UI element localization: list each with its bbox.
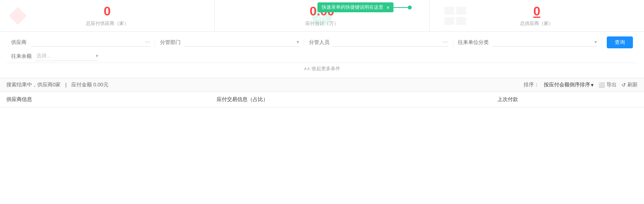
dept-chevron-icon[interactable]: ▾ [297,39,299,45]
export-icon: ⬜ [598,82,605,88]
filter-balance: 往来余额 选择... ▾ [6,51,103,61]
results-text: 搜索结果中，供应商0家 [6,82,61,88]
results-summary: 搜索结果中，供应商0家 | 应付金额 0.00元 [6,81,109,88]
balance-select-container: 选择... ▾ [35,51,98,61]
dept-input-container: ▾ [184,38,299,47]
stats-bar: 0 总应付供应商（家） 米 快速录单的快捷键说明在这里 × 0.00 应付合计（… [0,0,644,32]
export-button[interactable]: ⬜ 导出 [598,81,617,88]
person-input-container: ··· [333,38,448,47]
filter-row-2: 往来余额 选择... ▾ [6,51,638,61]
balance-chevron-icon[interactable]: ▾ [96,53,98,59]
results-actions: 排序： 按应付会额倒序排序 ▾ ⬜ 导出 ↺ 刷新 [524,81,638,88]
results-spacer: | [65,82,67,88]
results-bar: 搜索结果中，供应商0家 | 应付金额 0.00元 排序： 按应付会额倒序排序 ▾… [0,78,644,92]
person-input[interactable] [333,38,441,46]
svg-rect-5 [456,7,466,15]
svg-rect-4 [444,7,454,15]
supplier-input[interactable] [30,38,143,46]
unit-class-chevron-icon[interactable]: ▾ [594,39,597,45]
svg-rect-6 [444,17,454,25]
export-label: 导出 [606,81,617,88]
filter-row-1: 供应商 ··· 分管部门 ▾ 分管人员 ··· 往来单位分类 ▾ [6,36,638,48]
balance-label: 往来余额 [11,53,32,60]
payable-suppliers-count: 0 [104,4,111,18]
table-col-supplier: 供应商信息 [6,96,217,103]
total-suppliers-label: 总供应商（家） [520,20,553,27]
sort-value: 按应付会额倒序排序 [544,81,590,88]
filter-dept: 分管部门 ▾ [155,38,304,47]
table-header: 供应商信息 应付交易信息（占比） 上次付款 [0,92,644,107]
svg-rect-7 [456,17,466,25]
refresh-label: 刷新 [627,81,638,88]
supplier-label: 供应商 [11,39,27,46]
filter-person: 分管人员 ··· [304,38,453,47]
table-body [0,107,644,204]
total-suppliers-count: 0 [533,4,540,18]
dept-input[interactable] [184,38,295,46]
stat-payable-total: 米 快速录单的快捷键说明在这里 × 0.00 应付合计（万） [215,0,429,31]
unit-class-input-container: ▾ [492,38,597,47]
collapse-chevron-icon: ∧∧ [304,66,310,71]
supplier-input-container: ··· [30,38,150,47]
tooltip-dot [408,6,412,10]
results-amount: 应付金额 0.00元 [71,82,109,88]
refresh-icon: ↺ [621,82,626,88]
sort-chevron-icon: ▾ [591,82,594,88]
unit-class-input[interactable] [492,38,593,46]
filter-unit-class: 往来单位分类 ▾ [453,38,602,47]
shortcut-tooltip: 快速录单的快捷键说明在这里 × [318,2,394,12]
table-col-payment: 上次付款 [497,96,638,103]
unit-class-label: 往来单位分类 [458,39,489,46]
person-label: 分管人员 [309,39,330,46]
sort-select[interactable]: 按应付会额倒序排序 ▾ [544,81,594,88]
query-button-container: 查询 [602,36,638,48]
tooltip-close-button[interactable]: × [387,5,390,10]
table-col-transaction: 应付交易信息（占比） [217,96,497,103]
supplier-more-icon[interactable]: ··· [145,38,150,46]
refresh-button[interactable]: ↺ 刷新 [621,81,638,88]
collapse-button[interactable]: ∧∧ 收起更多条件 [6,63,638,74]
balance-placeholder: 选择... [35,51,94,60]
stat-total-payable-suppliers: 0 总应付供应商（家） [0,0,215,31]
collapse-label: 收起更多条件 [312,65,340,72]
dept-label: 分管部门 [160,39,181,46]
stat-total-suppliers: 0 总供应商（家） [430,0,644,31]
sort-label: 排序： [524,81,539,88]
filter-area: 供应商 ··· 分管部门 ▾ 分管人员 ··· 往来单位分类 ▾ [0,32,644,78]
person-more-icon[interactable]: ··· [443,38,448,46]
tooltip-text: 快速录单的快捷键说明在这里 [322,4,383,11]
grid-watermark-icon [442,6,469,26]
query-button[interactable]: 查询 [607,36,633,48]
diamond-watermark-icon [8,6,28,26]
filter-supplier: 供应商 ··· [6,38,155,47]
payable-suppliers-label: 总应付供应商（家） [86,20,129,27]
